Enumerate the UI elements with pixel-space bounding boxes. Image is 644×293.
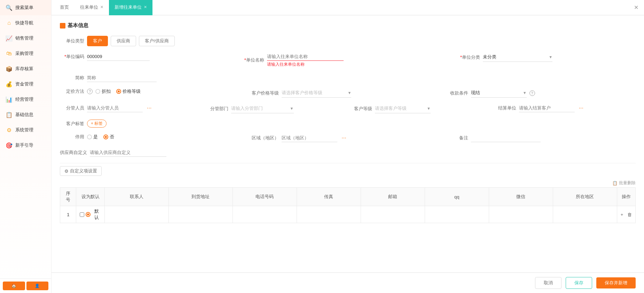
disabled-yes-radio[interactable] [87,135,92,139]
add-tag-button[interactable]: + 标签 [87,120,107,128]
manager-input[interactable] [87,104,143,112]
row-wechat[interactable] [489,206,553,223]
payment-terms-help[interactable]: ? [529,90,535,96]
custom-settings-button[interactable]: ⚙ 自定义项设置 [60,166,102,176]
save-button[interactable]: 保存 [566,277,592,289]
sidebar-bottom-btn2[interactable]: 👤 [26,282,49,290]
tab-trade-units-close[interactable]: ✕ [100,5,103,9]
sidebar-item-basic-info[interactable]: 📋 基础信息 [0,107,51,122]
payment-terms-label: 收款条件 [444,90,468,96]
main-area: 首页 往来单位 ✕ 新增往来单位 ✕ ✕ 基本信息 单位类型 客户 供应商 客户… [52,0,644,293]
payment-terms-select[interactable]: 现结 ▼ [471,88,527,98]
row-delete-btn[interactable]: 🗑 [627,212,632,217]
disabled-group: 停用 是 否 [60,134,252,140]
department-select[interactable]: 请输入分管部门 ▼ [231,104,294,113]
row-action: + 🗑 [617,206,635,223]
row-email[interactable] [361,206,425,223]
row-fax-input[interactable] [300,212,357,217]
region-more-btn[interactable]: ··· [341,135,346,141]
unit-code-input[interactable] [87,52,150,61]
unit-type-customer[interactable]: 客户 [87,36,108,46]
batch-delete-area: 📋 批量删除 [60,180,636,186]
row-email-input[interactable] [364,212,421,217]
row-address-input[interactable] [172,212,229,217]
pricing-method-help[interactable]: ? [87,89,93,94]
guide-icon: 🎯 [6,142,13,149]
custom-settings-icon: ⚙ [64,169,69,174]
pricing-discount-option[interactable]: 折扣 [95,88,111,95]
manager-more-btn[interactable]: ··· [147,105,151,111]
settlement-unit-more-btn[interactable]: ··· [579,105,583,111]
row-checkbox[interactable] [80,212,84,217]
tab-new-trade-unit[interactable]: 新增往来单位 ✕ [109,0,152,15]
sidebar-item-guide[interactable]: 🎯 新手引导 [0,138,51,153]
supplier-custom-input[interactable] [90,148,166,157]
row-qq-input[interactable] [429,212,485,217]
remarks-group: 备注 [444,134,636,142]
remarks-label: 备注 [444,135,468,141]
remarks-input[interactable] [471,134,541,142]
row-default-radio[interactable]: 默认 [86,208,101,221]
unit-name-input[interactable] [267,52,344,61]
window-close-button[interactable]: ✕ [631,4,641,11]
row-default: 默认 [76,206,104,223]
row-phone[interactable] [233,206,297,223]
short-name-input[interactable] [87,74,157,82]
sidebar-item-inventory[interactable]: 📦 库存核算 [0,61,51,76]
sidebar-bottom: 🏠 👤 [0,278,51,293]
row-fax[interactable] [297,206,361,223]
table-row: 1 默认 [60,206,636,223]
inventory-icon: 📦 [6,65,13,72]
section-icon [60,23,65,29]
sidebar-item-sales[interactable]: 📈 销售管理 [0,31,51,46]
unit-code-group: *单位编码 [60,52,240,61]
customer-price-level-select[interactable]: 请选择客户价格等级 ▼ [282,88,351,98]
sidebar-item-quick-nav[interactable]: ⌂ 快捷导航 [0,15,51,31]
row-region-input[interactable] [557,212,613,217]
row-contact-input[interactable] [108,212,165,217]
basic-fields-row: *单位编码 *单位名称 请输入往来单位名称 *单位分类 [60,52,636,67]
row-add-btn[interactable]: + [621,212,623,217]
row-contact[interactable] [104,206,168,223]
row-phone-input[interactable] [236,212,293,217]
disabled-no-radio[interactable] [103,135,108,139]
row-qq[interactable] [425,206,489,223]
save-and-new-button[interactable]: 保存并新增 [596,277,636,288]
unit-category-select[interactable]: 未分类 ▼ [483,52,552,62]
tab-home[interactable]: 首页 [54,0,74,15]
pricing-level-option[interactable]: 价格等级 [116,88,141,95]
pricing-discount-radio[interactable] [95,89,100,94]
unit-category-group: *单位分类 未分类 ▼ [456,52,636,62]
row-default-radio-circle[interactable] [86,212,91,217]
sidebar-item-label: 销售管理 [15,35,33,41]
customer-price-level-placeholder: 请选择客户价格等级 [282,90,347,96]
sidebar-item-operations[interactable]: 📊 经营管理 [0,92,51,107]
short-name-group: 简称 [60,74,636,82]
unit-type-both[interactable]: 客户/供应商 [139,36,175,46]
settlement-unit-input[interactable] [519,104,575,112]
sidebar-item-search[interactable]: 🔍 搜索菜单 [0,0,51,15]
row-address[interactable] [168,206,233,223]
cancel-button[interactable]: 取消 [535,277,561,289]
region-input[interactable] [282,134,337,142]
batch-delete-label[interactable]: 批量删除 [619,180,636,186]
tab-trade-units[interactable]: 往来单位 ✕ [74,0,109,15]
row-wechat-input[interactable] [493,212,549,217]
pricing-discount-label: 折扣 [102,88,111,95]
sidebar-item-finance[interactable]: 💰 资金管理 [0,76,51,92]
unit-type-supplier[interactable]: 供应商 [111,36,136,46]
pricing-level-radio[interactable] [116,89,121,94]
sidebar-bottom-btn1[interactable]: 🏠 [3,282,25,290]
contact-table: 序号 设为默认 联系人 到货地址 电话号码 传真 邮箱 qq 微信 所在地区 操… [60,187,636,223]
disabled-no-option[interactable]: 否 [103,134,114,140]
sidebar-item-label: 基础信息 [15,112,33,118]
customer-level-select[interactable]: 请选择客户等级 ▼ [375,104,431,113]
tab-home-label: 首页 [60,4,69,10]
row-region[interactable] [553,206,617,223]
short-name-label: 简称 [60,75,84,81]
customer-level-label: 客户等级 [348,106,372,112]
sidebar-item-system[interactable]: ⚙ 系统管理 [0,122,51,138]
disabled-yes-option[interactable]: 是 [87,134,98,140]
tab-new-trade-unit-close[interactable]: ✕ [144,5,147,9]
sidebar-item-purchase[interactable]: 🛍 采购管理 [0,46,51,61]
